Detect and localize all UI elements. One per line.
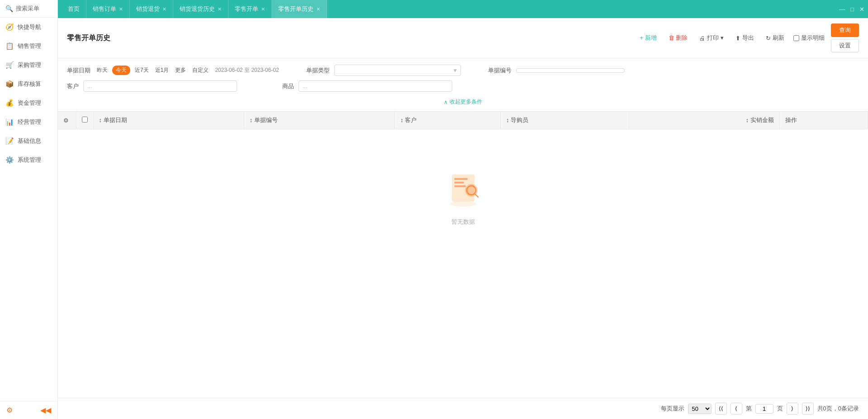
customer-input[interactable]: ... <box>83 80 237 92</box>
number-filter: 单据编号 <box>488 66 625 75</box>
nav-icon-sys-mgmt: ⚙️ <box>5 156 14 164</box>
nav-label-quick-nav: 快捷导航 <box>18 23 41 31</box>
shortcut-1month[interactable]: 近1月 <box>153 66 171 75</box>
sidebar-item-inventory[interactable]: 📦库存核算 <box>0 75 57 94</box>
tab-close-sales-return[interactable]: ✕ <box>162 6 166 12</box>
tab-bar: 首页销售订单✕销货退货✕销货退货历史✕零售开单✕零售开单历史✕ — □ ✕ <box>58 0 868 18</box>
tab-close-retail-open[interactable]: ✕ <box>261 6 265 12</box>
tab-close-sales-return-history[interactable]: ✕ <box>218 6 222 12</box>
shortcut-custom[interactable]: 自定义 <box>190 66 210 75</box>
select-all-checkbox[interactable] <box>82 117 88 122</box>
delete-button[interactable]: 🗑 删除 <box>666 32 691 44</box>
export-icon: ⬆ <box>735 35 740 42</box>
goods-input[interactable]: ... <box>299 80 452 92</box>
date-filter: 单据日期 昨天 今天 近7天 近1月 更多 自定义 2023-06-02 至 2… <box>67 66 279 75</box>
page-label-prefix: 第 <box>746 405 752 413</box>
sidebar-item-base-info[interactable]: 📝基础信息 <box>0 132 57 151</box>
filter-area: 单据日期 昨天 今天 近7天 近1月 更多 自定义 2023-06-02 至 2… <box>58 58 868 112</box>
page-number-input[interactable] <box>755 404 773 414</box>
window-close[interactable]: ✕ <box>859 6 864 13</box>
sidebar-item-finance[interactable]: 💰资金管理 <box>0 94 57 113</box>
tab-label-home: 首页 <box>68 5 80 13</box>
shortcut-today[interactable]: 今天 <box>112 66 130 75</box>
tab-label-sales-return: 销货退货 <box>136 5 160 13</box>
window-maximize[interactable]: □ <box>850 6 854 13</box>
customer-label: 客户 <box>67 82 79 90</box>
page-title: 零售开单历史 <box>67 33 110 43</box>
col-amount[interactable]: ↕ 实销金额 <box>629 112 779 129</box>
tab-sales-return-history[interactable]: 销货退货历史✕ <box>173 0 228 18</box>
date-label: 单据日期 <box>67 66 90 75</box>
sidebar-item-operations[interactable]: 📊经营管理 <box>0 113 57 132</box>
toolbar: + 新增 🗑 删除 🖨 🖨 打印 打印 ▾ ⬆ 导出 ↻ 刷新 显示明细 查询 <box>637 24 859 52</box>
sidebar-item-purchase-mgmt[interactable]: 🛒采购管理 <box>0 56 57 75</box>
tab-close-retail-open-history[interactable]: ✕ <box>316 6 320 12</box>
add-button[interactable]: + 新增 <box>637 32 659 44</box>
prev-page-btn[interactable]: ⟨ <box>730 403 742 414</box>
first-page-btn[interactable]: ⟨⟨ <box>715 403 727 414</box>
setting-button[interactable]: 设置 <box>831 39 859 52</box>
nav-label-sys-mgmt: 系统管理 <box>18 156 41 164</box>
collapse-sidebar-icon[interactable]: ◀◀ <box>40 406 51 414</box>
tab-sales-order[interactable]: 销售订单✕ <box>86 0 130 18</box>
number-input[interactable] <box>516 68 625 73</box>
col-number[interactable]: ↕ 单据编号 <box>244 112 394 129</box>
chevron-up-icon: ∧ <box>444 99 448 105</box>
main-content: 首页销售订单✕销货退货✕销货退货历史✕零售开单✕零售开单历史✕ — □ ✕ 零售… <box>58 0 868 419</box>
settings-icon[interactable]: ⚙ <box>6 406 13 414</box>
sidebar-nav: 🧭快捷导航📋销售管理🛒采购管理📦库存核算💰资金管理📊经营管理📝基础信息⚙️系统管… <box>0 18 57 401</box>
col-settings[interactable]: ⚙ <box>58 112 76 129</box>
export-button[interactable]: ⬆ 导出 <box>733 32 757 44</box>
sidebar-item-sys-mgmt[interactable]: ⚙️系统管理 <box>0 151 57 169</box>
svg-rect-4 <box>454 185 466 187</box>
customer-filter: 客户 ... <box>67 80 237 92</box>
tab-retail-open-history[interactable]: 零售开单历史✕ <box>272 0 327 18</box>
sidebar-search[interactable]: 🔍 搜索采单 <box>0 0 57 18</box>
col-customer[interactable]: ↕ 客户 <box>395 112 501 129</box>
nav-icon-finance: 💰 <box>5 99 14 107</box>
pagination-bar: 每页显示 50 10 20 100 ⟨⟨ ⟨ 第 页 ⟩ ⟩⟩ 共0页，0条记录 <box>58 398 868 419</box>
per-page-select[interactable]: 50 10 20 100 <box>688 404 711 414</box>
print-button[interactable]: 🖨 🖨 打印 打印 ▾ <box>697 32 726 44</box>
refresh-button[interactable]: ↻ 刷新 <box>763 32 787 44</box>
shortcut-yesterday[interactable]: 昨天 <box>95 66 109 75</box>
last-page-btn[interactable]: ⟩⟩ <box>802 403 814 414</box>
goods-dots: ... <box>303 83 308 89</box>
empty-illustration <box>441 165 486 211</box>
collapse-label: 收起更多条件 <box>450 98 482 106</box>
col-checkbox <box>76 112 93 129</box>
nav-label-base-info: 基础信息 <box>18 137 41 145</box>
customer-dots: ... <box>87 83 92 89</box>
sidebar-item-quick-nav[interactable]: 🧭快捷导航 <box>0 18 57 37</box>
tab-home[interactable]: 首页 <box>62 0 86 18</box>
collapse-filters-btn[interactable]: ∧ 收起更多条件 <box>67 96 859 108</box>
type-select[interactable]: ▾ <box>334 65 461 76</box>
col-guide[interactable]: ↕ 导购员 <box>500 112 629 129</box>
show-detail-input[interactable] <box>793 35 799 41</box>
svg-line-7 <box>475 194 478 197</box>
chevron-down-icon: ▾ <box>454 67 457 74</box>
nav-icon-sales-mgmt: 📋 <box>5 42 14 50</box>
shortcut-7days[interactable]: 近7天 <box>133 66 151 75</box>
nav-icon-quick-nav: 🧭 <box>5 23 14 31</box>
tab-retail-open[interactable]: 零售开单✕ <box>228 0 272 18</box>
goods-label: 商品 <box>282 82 294 90</box>
svg-point-0 <box>450 201 477 207</box>
show-detail-checkbox[interactable]: 显示明细 <box>793 34 825 42</box>
number-label: 单据编号 <box>488 66 512 75</box>
next-page-btn[interactable]: ⟩ <box>787 403 798 414</box>
nav-icon-base-info: 📝 <box>5 137 14 145</box>
tab-label-retail-open-history: 零售开单历史 <box>278 5 313 13</box>
col-date[interactable]: ↕ 单据日期 <box>93 112 244 129</box>
tab-close-sales-order[interactable]: ✕ <box>119 6 123 12</box>
nav-label-operations: 经营管理 <box>18 118 41 126</box>
tab-sales-return[interactable]: 销货退货✕ <box>130 0 173 18</box>
sidebar-item-sales-mgmt[interactable]: 📋销售管理 <box>0 37 57 56</box>
tab-label-sales-order: 销售订单 <box>93 5 116 13</box>
nav-icon-inventory: 📦 <box>5 80 14 88</box>
window-minimize[interactable]: — <box>839 6 845 13</box>
shortcut-more[interactable]: 更多 <box>173 66 188 75</box>
date-shortcuts: 昨天 今天 近7天 近1月 更多 自定义 <box>95 66 210 75</box>
query-button[interactable]: 查询 <box>831 24 859 37</box>
nav-label-finance: 资金管理 <box>18 99 41 107</box>
